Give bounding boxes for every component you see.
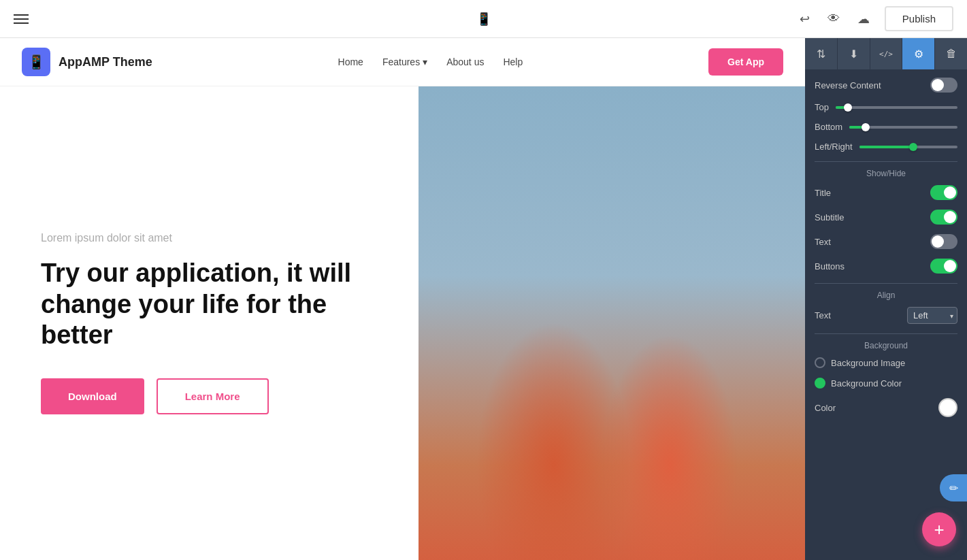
features-dropdown-icon: ▾ (423, 56, 427, 67)
gear-icon: ⚙ (914, 48, 923, 61)
text-row: Text (815, 234, 957, 249)
top-row: Top (815, 102, 957, 112)
text-align-label: Text (815, 310, 831, 320)
code-icon: </> (879, 50, 893, 59)
site-navbar: 📱 AppAMP Theme Home Features ▾ About us … (0, 38, 805, 86)
publish-button[interactable]: Publish (885, 6, 953, 31)
bottom-slider[interactable] (849, 126, 957, 129)
text-toggle[interactable] (930, 234, 957, 249)
panel-icons-row: ⇅ ⬇ </> ⚙ 🗑 (805, 38, 967, 69)
title-toggle[interactable] (930, 185, 957, 200)
brand-icon-symbol: 📱 (28, 54, 45, 70)
color-label: Color (815, 403, 836, 413)
brand-name: AppAMP Theme (59, 55, 152, 69)
phone-preview-button[interactable]: 📱 (474, 9, 494, 29)
background-title: Background (815, 341, 957, 350)
subtitle-toggle[interactable] (930, 210, 957, 225)
download-icon: ⬇ (849, 48, 858, 61)
panel-trash-button[interactable]: 🗑 (935, 38, 967, 69)
color-row: Color (815, 398, 957, 417)
toolbar-right: ↩ 👁 ☁ Publish (797, 6, 953, 31)
reverse-content-label: Reverse Content (815, 80, 881, 90)
left-right-label: Left/Right (815, 142, 853, 152)
panel-sort-button[interactable]: ⇅ (805, 38, 838, 69)
undo-button[interactable]: ↩ (797, 9, 813, 29)
hero-section: Lorem ipsum dolor sit amet Try our appli… (0, 86, 805, 560)
left-right-slider[interactable] (859, 146, 957, 148)
panel-code-button[interactable]: </> (870, 38, 903, 69)
panel-download-button[interactable]: ⬇ (838, 38, 870, 69)
text-align-select[interactable]: Left Center Right (907, 307, 957, 324)
toolbar-center: 📱 (474, 9, 494, 29)
text-label: Text (815, 237, 831, 247)
hamburger-icon[interactable] (14, 14, 29, 24)
divider-1 (815, 161, 957, 162)
site-nav: Home Features ▾ About us Help (338, 56, 523, 67)
nav-home[interactable]: Home (338, 56, 363, 67)
bg-color-option[interactable]: Background Color (815, 378, 902, 389)
eye-icon: 👁 (827, 12, 840, 25)
buttons-toggle[interactable] (930, 259, 957, 274)
plus-icon: + (934, 519, 944, 540)
text-align-dropdown-wrap: Left Center Right (907, 307, 957, 324)
divider-2 (815, 283, 957, 284)
bottom-row: Bottom (815, 122, 957, 132)
hero-title: Try our application, it will change your… (41, 258, 378, 351)
main-area: 📱 AppAMP Theme Home Features ▾ About us … (0, 38, 967, 560)
bottom-label: Bottom (815, 122, 842, 132)
title-row: Title (815, 185, 957, 200)
align-title: Align (815, 291, 957, 300)
fab-add-button[interactable]: + (922, 512, 956, 546)
title-label: Title (815, 188, 831, 198)
fab-edit-button[interactable]: ✏ (940, 474, 967, 501)
panel-settings-button[interactable]: ⚙ (902, 38, 935, 69)
hero-image (419, 86, 805, 560)
bg-image-radio[interactable] (815, 357, 825, 368)
settings-panel: ⇅ ⬇ </> ⚙ 🗑 Reverse Content Top (805, 38, 967, 560)
cloud-icon: ☁ (857, 12, 870, 26)
bg-image-option[interactable]: Background Image (815, 357, 905, 368)
divider-3 (815, 333, 957, 334)
top-label: Top (815, 102, 829, 112)
bg-color-label: Background Color (831, 378, 902, 389)
cloud-publish-icon[interactable]: ☁ (855, 9, 872, 29)
top-toolbar: 📱 ↩ 👁 ☁ Publish (0, 0, 967, 38)
reverse-content-row: Reverse Content (815, 78, 957, 93)
download-button[interactable]: Download (41, 378, 144, 414)
text-align-row: Text Left Center Right (815, 307, 957, 324)
show-hide-title: Show/Hide (815, 169, 957, 178)
hero-subtitle: Lorem ipsum dolor sit amet (41, 232, 378, 244)
buttons-row: Buttons (815, 259, 957, 274)
bg-color-radio[interactable] (815, 378, 825, 389)
undo-icon: ↩ (800, 12, 810, 26)
hero-women-figures (419, 86, 805, 560)
nav-features[interactable]: Features ▾ (382, 56, 427, 67)
preview-area: 📱 AppAMP Theme Home Features ▾ About us … (0, 38, 805, 560)
subtitle-row: Subtitle (815, 210, 957, 225)
hero-buttons: Download Learn More (41, 378, 378, 414)
hero-image-background (419, 86, 805, 560)
preview-button[interactable]: 👁 (825, 9, 842, 29)
nav-about[interactable]: About us (446, 56, 484, 67)
hero-left: Lorem ipsum dolor sit amet Try our appli… (0, 86, 419, 560)
left-right-row: Left/Right (815, 142, 957, 152)
bg-image-label: Background Image (831, 358, 905, 368)
nav-help[interactable]: Help (503, 56, 523, 67)
learn-more-button[interactable]: Learn More (157, 378, 269, 414)
edit-icon: ✏ (949, 482, 958, 495)
trash-icon: 🗑 (946, 48, 957, 60)
site-brand: 📱 AppAMP Theme (22, 48, 152, 76)
get-app-button[interactable]: Get App (708, 48, 783, 76)
subtitle-label: Subtitle (815, 212, 844, 223)
bg-color-row: Background Color (815, 378, 957, 389)
phone-icon: 📱 (476, 12, 491, 26)
sort-icon: ⇅ (817, 48, 825, 61)
toolbar-left (14, 14, 29, 24)
color-swatch[interactable] (938, 398, 957, 417)
buttons-label: Buttons (815, 261, 845, 271)
bg-image-row: Background Image (815, 357, 957, 368)
brand-icon: 📱 (22, 48, 50, 76)
reverse-content-toggle[interactable] (930, 78, 957, 93)
top-slider[interactable] (836, 106, 957, 109)
